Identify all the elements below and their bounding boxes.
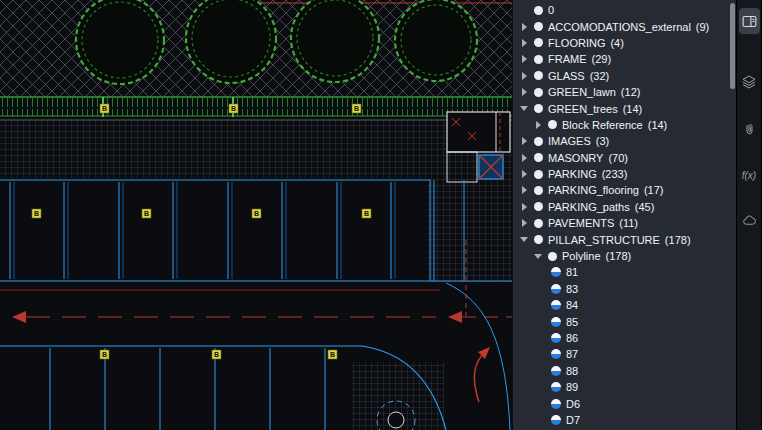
chevron-down-icon[interactable]: [533, 251, 543, 261]
tree-item-label: 89: [566, 379, 578, 395]
layer-icon: [534, 88, 543, 97]
chevron-right-icon[interactable]: [519, 185, 529, 195]
app-window: B B B B B B B B B B 0 ACCOMODATIONS_exte…: [0, 0, 762, 430]
tree-item-label: PAVEMENTS: [548, 215, 614, 231]
tree-item[interactable]: GLASS(32): [513, 68, 736, 84]
chevron-icon: [519, 5, 529, 15]
attachments-button[interactable]: [742, 122, 757, 138]
lawn-strip: [0, 97, 512, 117]
tree-item-label: 86: [566, 330, 578, 346]
tree-item[interactable]: 84: [513, 297, 736, 313]
cad-viewport[interactable]: B B B B B B B B B B: [0, 0, 512, 430]
chevron-right-icon[interactable]: [519, 169, 529, 179]
tree-item[interactable]: FLOORING(4): [513, 35, 736, 51]
polyline-icon: [551, 284, 561, 294]
tree-item[interactable]: Block Reference(14): [513, 117, 736, 133]
polyline-icon: [551, 349, 561, 359]
tree-item-label: GREEN_lawn: [548, 84, 616, 100]
right-toolbar: f(x): [736, 0, 761, 430]
tree-item-label: GREEN_trees: [548, 101, 618, 117]
tree-item-count: (14): [648, 117, 668, 133]
chevron-right-icon[interactable]: [519, 87, 529, 97]
tree-item-label: MASONRY: [548, 150, 603, 166]
geometry-type-icon: [548, 252, 557, 261]
tree-item[interactable]: MASONRY(70): [513, 150, 736, 166]
cloud-button[interactable]: [741, 213, 758, 228]
marker-label: B: [354, 105, 359, 112]
tree-item[interactable]: GREEN_trees(14): [513, 100, 736, 116]
tree-item[interactable]: PAVEMENTS(11): [513, 215, 736, 231]
chevron-right-icon[interactable]: [519, 218, 529, 228]
tree-item-count: (178): [606, 248, 632, 264]
chevron-right-icon[interactable]: [519, 54, 529, 64]
tree-item[interactable]: IMAGES(3): [513, 133, 736, 149]
cad-drawing: B B B B B B B B B B: [0, 0, 512, 430]
tree-item-count: (45): [635, 199, 655, 215]
tree-item[interactable]: PARKING(233): [513, 166, 736, 182]
layers-button[interactable]: [741, 74, 757, 90]
panel-scrollbar[interactable]: [730, 3, 735, 89]
tree-item-count: (29): [592, 51, 612, 67]
chevron-right-icon[interactable]: [519, 38, 529, 48]
tree-item[interactable]: 85: [513, 313, 736, 329]
tree-item[interactable]: Polyline(178): [513, 248, 736, 264]
layers-panel: 0 ACCOMODATIONS_external(9) FLOORING(4) …: [512, 0, 736, 430]
marker-label: B: [330, 351, 335, 358]
tree-item-count: (32): [590, 68, 610, 84]
polyline-icon: [551, 300, 561, 310]
tree-item[interactable]: D7: [513, 412, 736, 428]
tree-item-label: 84: [566, 297, 578, 313]
polyline-icon: [551, 382, 561, 392]
tree-item[interactable]: ACCOMODATIONS_external(9): [513, 18, 736, 34]
tree-item-label: PARKING_flooring: [548, 182, 639, 198]
marker-label: B: [254, 210, 259, 217]
tree-item-label: 81: [566, 264, 578, 280]
tree-item[interactable]: 86: [513, 330, 736, 346]
properties-function-button[interactable]: f(x): [742, 170, 756, 181]
polyline-icon: [551, 366, 561, 376]
tree-item-label: PARKING_paths: [548, 199, 630, 215]
chevron-right-icon[interactable]: [519, 22, 529, 32]
tree-item[interactable]: D6: [513, 395, 736, 411]
chevron-right-icon[interactable]: [519, 202, 529, 212]
chevron-right-icon[interactable]: [519, 71, 529, 81]
tree-item[interactable]: PARKING_paths(45): [513, 199, 736, 215]
tree-item-label: IMAGES: [548, 133, 591, 149]
tree-item-count: (9): [696, 19, 709, 35]
tree-item-count: (17): [644, 182, 664, 198]
tree-item-label: 87: [566, 346, 578, 362]
tree-item-label: 85: [566, 314, 578, 330]
chevron-down-icon[interactable]: [519, 104, 529, 114]
tree-item-label: FLOORING: [548, 35, 605, 51]
tree-item[interactable]: PILLAR_STRUCTURE(178): [513, 231, 736, 247]
tree-item[interactable]: GREEN_lawn(12): [513, 84, 736, 100]
layer-tree[interactable]: 0 ACCOMODATIONS_external(9) FLOORING(4) …: [513, 0, 736, 430]
chevron-right-icon[interactable]: [519, 136, 529, 146]
tree-item[interactable]: 0: [513, 2, 736, 18]
tree-item-label: Polyline: [562, 248, 601, 264]
chevron-right-icon[interactable]: [519, 153, 529, 163]
model-browser-button[interactable]: [739, 8, 760, 34]
marker-label: B: [364, 210, 369, 217]
tree-item[interactable]: PARKING_flooring(17): [513, 182, 736, 198]
polyline-icon: [551, 317, 561, 327]
layer-icon: [534, 71, 543, 80]
polyline-icon: [551, 399, 561, 409]
tree-item[interactable]: FRAME(29): [513, 51, 736, 67]
layer-icon: [534, 22, 543, 31]
marker-label: B: [102, 105, 107, 112]
layer-icon: [534, 235, 543, 244]
tree-item-label: 83: [566, 281, 578, 297]
tree-item-label: ACCOMODATIONS_external: [548, 19, 691, 35]
chevron-down-icon[interactable]: [519, 235, 529, 245]
tree-item[interactable]: 87: [513, 346, 736, 362]
chevron-right-icon[interactable]: [533, 120, 543, 130]
tree-item-count: (70): [608, 150, 628, 166]
tree-item[interactable]: 88: [513, 363, 736, 379]
tree-item[interactable]: 83: [513, 281, 736, 297]
tree-item[interactable]: 89: [513, 379, 736, 395]
tree-item-count: (233): [602, 166, 628, 182]
marker-label: B: [214, 351, 219, 358]
tree-item[interactable]: 81: [513, 264, 736, 280]
layer-icon: [534, 170, 543, 179]
